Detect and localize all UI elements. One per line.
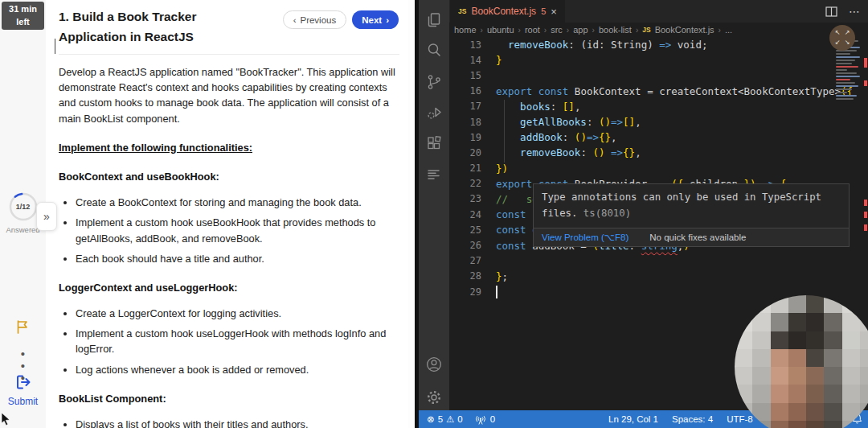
line-number: 17 bbox=[449, 101, 496, 112]
code-text: // se bbox=[496, 193, 538, 205]
flag-question-button[interactable] bbox=[15, 319, 31, 338]
code-text bbox=[496, 285, 497, 298]
task-description-panel: 1. Build a Book Tracker Application in R… bbox=[46, 0, 408, 428]
code-line[interactable]: 18 getAllBooks: ()=>[], bbox=[449, 114, 835, 130]
tab-bookcontext[interactable]: JS BookContext.js 5 × bbox=[450, 0, 565, 23]
source-control-button[interactable] bbox=[425, 73, 443, 91]
breadcrumb-item[interactable]: ubuntu bbox=[487, 25, 514, 35]
split-editor-icon[interactable] bbox=[825, 6, 837, 17]
task-body: Develop a ReactJS application named "Boo… bbox=[59, 64, 399, 428]
progress-ring: 1/12 bbox=[8, 191, 39, 222]
next-label: Next bbox=[362, 15, 382, 25]
explorer-button[interactable] bbox=[425, 11, 443, 29]
problems-errors[interactable]: ⊗ 5 bbox=[427, 414, 443, 425]
cursor-position[interactable]: Ln 29, Col 1 bbox=[608, 414, 658, 424]
extensions-button[interactable] bbox=[425, 134, 443, 152]
line-number: 24 bbox=[449, 209, 496, 220]
breadcrumb-item[interactable]: BookContext.js bbox=[655, 25, 714, 35]
warning-icon: ⚠ bbox=[446, 414, 454, 425]
task-bullet-list: Create a BookContext for storing and man… bbox=[59, 195, 399, 266]
error-icon: ⊗ bbox=[427, 414, 435, 425]
code-text: removeBook: (id: String) => void; bbox=[496, 39, 707, 51]
next-button[interactable]: Next › bbox=[352, 10, 399, 29]
chevron-left-icon: ‹ bbox=[293, 15, 297, 25]
error-count: 5 bbox=[438, 414, 443, 424]
code-line[interactable]: 19 addBook: ()=>{}, bbox=[449, 130, 835, 145]
task-intro: Develop a ReactJS application named "Boo… bbox=[59, 64, 399, 126]
line-number: 20 bbox=[449, 147, 496, 158]
breadcrumb-item[interactable]: book-list bbox=[599, 25, 632, 35]
overview-ruler-error-mark bbox=[864, 200, 867, 206]
code-line[interactable]: 16export const BookContext = createConte… bbox=[449, 84, 835, 99]
problems-warnings[interactable]: ⚠ 0 bbox=[446, 414, 463, 425]
line-number: 23 bbox=[449, 193, 496, 204]
line-number: 15 bbox=[449, 70, 496, 81]
breadcrumb[interactable]: home›ubuntu›root›src›app›book-list›JSBoo… bbox=[454, 23, 732, 37]
text-lines-icon bbox=[425, 165, 443, 183]
submit-control[interactable]: Submit bbox=[0, 373, 46, 407]
breadcrumb-separator: › bbox=[544, 26, 547, 35]
code-line[interactable]: 17 books: [], bbox=[449, 99, 835, 114]
problem-code: ts(8010) bbox=[583, 208, 631, 219]
code-line[interactable]: 29 bbox=[449, 284, 835, 299]
task-bullet: Create a LoggerContext for logging activ… bbox=[76, 306, 399, 321]
code-line[interactable]: 20 removeBook: () =>{}, bbox=[449, 145, 835, 160]
chevron-right-icon: › bbox=[386, 15, 389, 25]
breadcrumb-separator: › bbox=[719, 26, 721, 35]
line-number: 13 bbox=[449, 39, 496, 51]
line-number: 16 bbox=[449, 85, 496, 97]
settings-button[interactable] bbox=[425, 389, 443, 406]
breadcrumb-item[interactable]: root bbox=[525, 25, 540, 35]
tab-close-icon[interactable]: × bbox=[551, 6, 557, 18]
overview-ruler-error-mark bbox=[864, 224, 867, 231]
code-line[interactable]: 15 bbox=[449, 68, 835, 83]
run-debug-button[interactable] bbox=[425, 104, 443, 121]
code-text: } bbox=[496, 54, 502, 66]
task-bullet-list: Create a LoggerContext for logging activ… bbox=[59, 306, 399, 377]
custom-extension-button[interactable] bbox=[425, 165, 443, 183]
code-line[interactable]: 28}; bbox=[449, 269, 835, 284]
mini-webcam-expand-overlay[interactable]: ↖ ↗ ↙ ↘ bbox=[829, 25, 855, 51]
line-number: 25 bbox=[449, 224, 496, 236]
indentation[interactable]: Spaces: 4 bbox=[672, 414, 713, 424]
code-line[interactable]: 14} bbox=[449, 52, 835, 68]
tab-problem-count: 5 bbox=[541, 6, 546, 16]
code-line[interactable]: 21}) bbox=[449, 161, 835, 176]
search-icon bbox=[425, 41, 443, 59]
code-editor[interactable]: 13 removeBook: (id: String) => void;14}1… bbox=[449, 37, 835, 299]
task-section-heading: Implement the following functionalities: bbox=[59, 140, 399, 155]
task-section-heading: BookList Component: bbox=[59, 391, 399, 406]
task-bullet: Implement a custom hook useBookHook that… bbox=[76, 215, 399, 245]
code-line[interactable]: 13 removeBook: (id: String) => void; bbox=[449, 37, 835, 52]
js-file-icon: JS bbox=[458, 7, 466, 15]
breadcrumb-item[interactable]: app bbox=[573, 25, 588, 35]
line-number: 21 bbox=[449, 163, 496, 174]
ports-indicator[interactable]: 0 bbox=[474, 414, 495, 426]
double-chevron-icon: » bbox=[43, 210, 50, 223]
timer-line1: 31 min bbox=[2, 3, 44, 16]
expand-arrow-icon: ↘ bbox=[845, 39, 850, 46]
account-button[interactable] bbox=[425, 356, 443, 373]
breadcrumb-item[interactable]: ... bbox=[725, 25, 732, 35]
previous-button[interactable]: ‹ Previous bbox=[283, 10, 347, 29]
header-divider bbox=[59, 54, 399, 55]
files-icon bbox=[425, 11, 443, 29]
code-line[interactable]: 27 bbox=[449, 253, 835, 269]
breadcrumb-separator: › bbox=[567, 26, 569, 35]
breadcrumb-separator: › bbox=[481, 26, 483, 35]
submit-exit-icon bbox=[14, 373, 32, 391]
view-problem-link[interactable]: View Problem (⌥F8) bbox=[542, 232, 628, 243]
timer-line2: left bbox=[2, 16, 44, 29]
js-file-icon: JS bbox=[642, 26, 650, 34]
task-bullet: Log actions whenever a book is added or … bbox=[76, 362, 399, 377]
more-actions-icon[interactable]: ⋯ bbox=[849, 5, 860, 18]
code-text: }) bbox=[496, 163, 508, 175]
search-button[interactable] bbox=[425, 41, 443, 59]
breadcrumb-item[interactable]: home bbox=[454, 25, 477, 35]
task-section-heading: BookContext and useBookHook: bbox=[59, 169, 399, 184]
submit-label: Submit bbox=[0, 396, 46, 407]
expand-question-list-button[interactable]: » bbox=[36, 202, 57, 231]
breadcrumb-item[interactable]: src bbox=[551, 25, 563, 35]
exam-sidebar: 31 min left 1/12 Answered » ••• bbox=[0, 0, 46, 428]
encoding[interactable]: UTF-8 bbox=[727, 414, 753, 424]
